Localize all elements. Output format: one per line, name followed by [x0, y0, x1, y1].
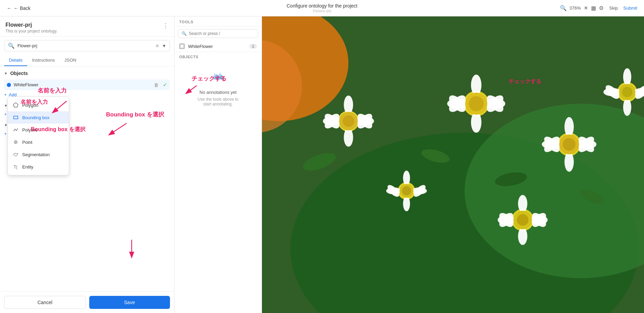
- dropdown-item-polygon[interactable]: Polygon: [8, 99, 69, 111]
- save-button[interactable]: Save: [89, 296, 170, 309]
- dropdown-arrow-icon[interactable]: ▼: [162, 43, 166, 48]
- svg-rect-77: [262, 16, 644, 313]
- object-item-container: WhiteFlower 🗑 ✓ Polygon: [4, 79, 170, 90]
- dropdown-item-bounding-box[interactable]: Bounding box: [8, 111, 69, 124]
- panel-project-desc: This is your project ontology.: [5, 29, 57, 34]
- confirm-object-icon[interactable]: ✓: [163, 82, 167, 88]
- top-bar-right: 🔍 376% ☀ ▦ ⚙ Skip Submit: [560, 5, 637, 11]
- dropdown-item-polyline[interactable]: Polyline: [8, 124, 69, 136]
- no-annotations-text: No annotations yet: [199, 90, 236, 95]
- objects-label: Objects: [10, 71, 28, 76]
- panel-content: ▼ Objects WhiteFlower 🗑 ✓: [0, 66, 174, 291]
- tools-search-bar: 🔍: [178, 29, 258, 38]
- svg-text:T|: T|: [14, 165, 17, 170]
- no-annotations-icon: [210, 67, 226, 85]
- tool-checkbox[interactable]: [179, 43, 185, 49]
- polygon-icon: [13, 102, 19, 108]
- left-panel: Flower-prj This is your project ontology…: [0, 16, 174, 313]
- add-relationship-plus-icon: +: [4, 131, 7, 136]
- search-icon: 🔍: [8, 42, 15, 49]
- tab-details[interactable]: Details: [4, 55, 27, 66]
- relationships-chevron-icon: ▼: [4, 123, 8, 127]
- top-bar: ← ← Back Configure ontology for the proj…: [0, 0, 644, 16]
- object-item: WhiteFlower 🗑 ✓: [4, 79, 170, 90]
- segmentation-label: Segmentation: [22, 152, 50, 157]
- tools-panel: TOOLS 🔍 WhiteFlower 1 OBJECTS: [174, 16, 262, 313]
- polygon-label: Polygon: [22, 103, 38, 108]
- back-button[interactable]: ← ← Back: [7, 5, 30, 11]
- tool-badge: 1: [249, 44, 257, 49]
- entity-icon: T|: [13, 164, 19, 170]
- point-label: Point: [22, 140, 32, 145]
- tools-search-input[interactable]: [189, 31, 254, 36]
- submit-button[interactable]: Submit: [623, 5, 637, 11]
- cancel-button[interactable]: Cancel: [4, 296, 86, 309]
- svg-rect-1: [14, 116, 18, 119]
- dropdown-item-entity[interactable]: T| Entity: [8, 161, 69, 173]
- objects-section-tools: OBJECTS No annotations yet Use the tools…: [174, 52, 262, 113]
- bbox-icon: [13, 114, 19, 121]
- clear-search-icon[interactable]: ✕: [155, 43, 159, 49]
- svg-rect-5: [181, 45, 184, 48]
- tools-search-icon: 🔍: [182, 31, 187, 36]
- zoom-info: 🔍 376% ☀ ▦ ⚙: [560, 5, 604, 11]
- type-dropdown: Polygon Bounding box: [8, 97, 69, 175]
- polyline-icon: [13, 127, 19, 133]
- point-icon: [13, 139, 19, 145]
- search-bar: 🔍 ✕ ▼: [4, 40, 170, 51]
- entity-label: Entity: [22, 164, 34, 170]
- main-layout: Flower-prj This is your project ontology…: [0, 16, 644, 313]
- image-panel: チェックする: [262, 16, 644, 313]
- search-input[interactable]: [17, 43, 153, 48]
- back-label: ← Back: [14, 5, 30, 11]
- tool-item-whiteflower[interactable]: WhiteFlower 1: [174, 41, 262, 52]
- panel-header: Flower-prj This is your project ontology…: [0, 16, 174, 37]
- dropdown-item-segmentation[interactable]: Segmentation: [8, 148, 69, 161]
- page-title: Configure ontology for the project Flowe…: [287, 3, 357, 13]
- back-arrow-icon: ←: [7, 5, 12, 11]
- object-color-dot: [7, 83, 11, 87]
- tab-instructions[interactable]: Instructions: [27, 55, 60, 66]
- objects-section-label: OBJECTS: [174, 52, 262, 60]
- add-object-plus-icon: +: [4, 92, 7, 97]
- delete-object-icon[interactable]: 🗑: [154, 82, 159, 88]
- zoom-level: 376%: [569, 5, 581, 11]
- no-annotations: No annotations yet Use the tools above t…: [174, 60, 262, 113]
- grid-icon[interactable]: ▦: [591, 5, 596, 11]
- tool-name: WhiteFlower: [188, 44, 213, 49]
- flower-image: [262, 16, 644, 313]
- more-options-icon[interactable]: ⋮: [162, 22, 169, 29]
- skip-button[interactable]: Skip: [609, 5, 618, 11]
- dropdown-item-point[interactable]: Point: [8, 136, 69, 148]
- objects-section: ▼ Objects WhiteFlower 🗑 ✓: [4, 71, 170, 97]
- svg-point-3: [15, 142, 16, 143]
- settings-icon[interactable]: ⚙: [599, 5, 604, 11]
- panel-bottom: Cancel Save: [0, 291, 174, 313]
- no-annotations-subtext: Use the tools above to start annotating.: [198, 97, 238, 107]
- object-name-field[interactable]: WhiteFlower: [14, 82, 150, 87]
- brightness-icon[interactable]: ☀: [583, 5, 588, 11]
- bbox-label: Bounding box: [22, 115, 50, 120]
- segmentation-icon: [13, 151, 19, 158]
- zoom-out-icon[interactable]: 🔍: [560, 5, 567, 11]
- add-classification-plus-icon: +: [4, 112, 7, 117]
- panel-tabs: Details Instructions JSON: [0, 55, 174, 66]
- objects-section-header[interactable]: ▼ Objects: [4, 71, 170, 76]
- tab-json[interactable]: JSON: [60, 55, 81, 66]
- svg-marker-0: [13, 103, 18, 107]
- classifications-chevron-icon: ▼: [4, 104, 8, 108]
- tool-item-left: WhiteFlower: [179, 43, 213, 49]
- tools-header: TOOLS: [174, 16, 262, 26]
- objects-chevron-icon: ▼: [4, 72, 8, 75]
- panel-project-name: Flower-prj: [5, 22, 57, 28]
- polyline-label: Polyline: [22, 127, 38, 133]
